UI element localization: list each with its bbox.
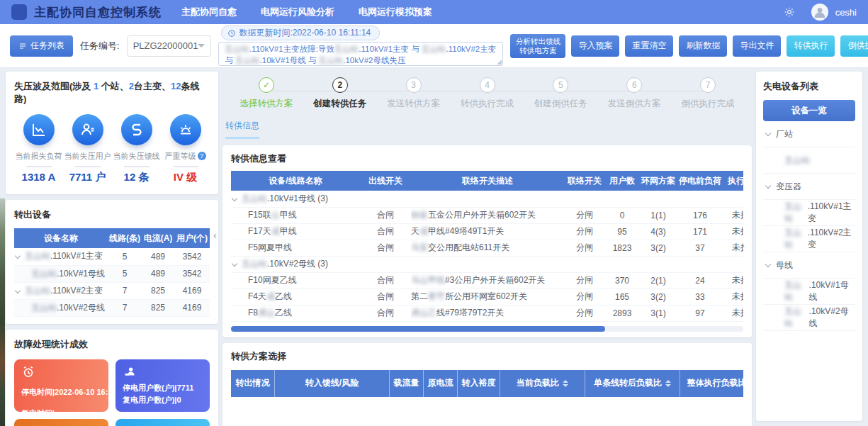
card-line2: 复电用户数(户)|0 xyxy=(123,394,203,407)
redacted-text: 虎山乙 xyxy=(411,308,436,318)
user-icon xyxy=(72,114,103,145)
impact-stat-value: IV 级 xyxy=(161,171,210,184)
redacted-text: 五山站 xyxy=(25,251,50,261)
device-overview-bar[interactable]: 设备一览 xyxy=(763,100,855,121)
fault-description-textarea[interactable]: 五山站.110kV#1主变故障:导致五山站.110kV#1主变 与 五山站.11… xyxy=(218,42,503,66)
feeder-name: F17天成甲线 xyxy=(231,223,360,240)
fault-stat-card-3: 故障损失负荷(A)|1318故障恢复负荷(A)|0 xyxy=(115,419,210,426)
table-row[interactable]: F17天成甲线合闸天成甲线#49塔49T1开关分闸954(3)171未执行F7天… xyxy=(231,223,743,240)
redacted-text: 五山站 xyxy=(334,45,359,53)
fault-stat-card-1: 停电用户数(户)|7711复电用户数(户)|0 xyxy=(115,359,210,412)
horizontal-scrollbar[interactable] xyxy=(231,326,743,332)
tree-item[interactable]: 五山站.110kV#1主变 xyxy=(763,200,855,226)
toolbar-cyan-button-0[interactable]: 转供执行 xyxy=(787,35,835,57)
tree-group-1[interactable]: 变压器 xyxy=(763,174,855,200)
task-no-select[interactable]: PLZG22000001 xyxy=(127,35,212,57)
users-value: 4169 xyxy=(174,282,210,299)
redacted-text: 成 xyxy=(419,226,428,236)
group-row[interactable]: 五山站.10kV#1母线 (3) xyxy=(231,191,743,207)
plan-column-header-4: 转入裕度 xyxy=(458,370,500,397)
chevron-down-icon[interactable] xyxy=(765,130,771,136)
tie-switch-desc: 虎山乙线#79塔79T2开关 xyxy=(411,305,564,321)
impact-stat-value: 1318 A xyxy=(14,171,63,183)
plan-column-header-6[interactable]: 单条线转后负载比 xyxy=(585,370,680,397)
exec-status: 未执行 xyxy=(723,305,743,321)
toolbar-button-3[interactable]: 刷新数据 xyxy=(679,35,727,57)
collapse-right-icon[interactable]: › xyxy=(741,240,745,250)
redacted-text: 五山站 xyxy=(784,279,809,303)
table-row[interactable]: F8虎山乙线合闸虎山乙线#79塔79T2开关分闸28933(1)97未执行F5和… xyxy=(231,305,743,321)
users-count: 1823 xyxy=(605,240,639,256)
fault-stat-card-2: 停电设备数|母线:2/馈线:12复电设备数|母线:0/馈线:0 xyxy=(14,419,108,426)
table-row[interactable]: 五山站.110kV#1主变54893542 xyxy=(14,248,210,265)
tree-item[interactable]: 五山站.10kV#1母线 xyxy=(763,279,855,305)
table-row[interactable]: 五山站.110kV#2主变78254169 xyxy=(14,282,210,299)
device-name: 五山站.10kV#2母线 xyxy=(14,299,108,316)
tree-item[interactable]: 五山站 xyxy=(763,147,855,174)
group-row[interactable]: 五山站.10kV#2母线 (3) xyxy=(231,256,743,272)
table-row[interactable]: 五山站.10kV#1母线54893542 xyxy=(14,265,210,282)
table-row[interactable]: F5网夏甲线合闸马安交公用配电站611开关分闸18233(2)37未执行F16马… xyxy=(231,240,743,256)
tab-transfer-info[interactable]: 转供信息 xyxy=(225,120,259,139)
nav-item-0[interactable]: 主配协同自愈 xyxy=(181,0,237,24)
pre-outage-load: 33 xyxy=(677,288,723,305)
column-header: 环网方案 xyxy=(639,171,677,191)
table-row[interactable]: F10网夏乙线合闸马山甲线#3公用户外开关箱602开关分闸3702(1)24未执… xyxy=(231,272,743,288)
toolbar-button-2[interactable]: 重置清空 xyxy=(625,35,673,57)
toolbar-button-4[interactable]: 导出文件 xyxy=(733,35,781,57)
users-count: 2893 xyxy=(605,305,639,321)
redacted-text: 五山站 xyxy=(25,286,50,296)
ring-plan: 3(2) xyxy=(639,288,677,305)
tree-group-0[interactable]: 厂站 xyxy=(763,121,855,147)
collapse-left-icon[interactable]: ‹ xyxy=(213,230,217,240)
chevron-down-icon[interactable] xyxy=(15,287,21,293)
plan-column-header-7[interactable]: 整体执行负载比 xyxy=(680,370,743,397)
table-row[interactable]: 五山站.10kV#2母线78254169 xyxy=(14,299,210,316)
group-name: 五山站.10kV#1母线 (3) xyxy=(231,191,360,207)
nav-item-2[interactable]: 电网运行模拟预案 xyxy=(359,0,432,24)
toolbar-button-1[interactable]: 导入预案 xyxy=(571,35,619,57)
outlet-switch: 合闸 xyxy=(360,272,411,288)
redacted-text: 五山站 xyxy=(422,45,446,53)
plan-column-header-3: 原电流 xyxy=(424,370,458,397)
scrollbar-thumb[interactable] xyxy=(231,326,605,332)
redacted-text: 五山站 xyxy=(784,201,808,225)
feeder-name: F4天成乙线 xyxy=(231,288,360,305)
sort-icon[interactable] xyxy=(563,380,568,387)
transfer-info-title: 转供信息查看 xyxy=(231,152,743,165)
chevron-down-icon[interactable] xyxy=(15,253,21,259)
toolbar-cyan-button-1[interactable]: 倒供执行 xyxy=(840,35,868,57)
toolbar-button-0[interactable]: 分析转出馈线 转供电方案 xyxy=(510,34,565,58)
chevron-down-icon[interactable] xyxy=(232,196,237,201)
nav-item-1[interactable]: 电网运行风险分析 xyxy=(261,0,334,24)
chevron-down-icon[interactable] xyxy=(765,262,771,267)
sort-icon[interactable] xyxy=(665,380,671,387)
ring-plan: 3(1) xyxy=(639,305,677,321)
pre-outage-load: 97 xyxy=(677,305,723,321)
card-line1: 停电时间|2022-06-10 16:11 xyxy=(21,382,101,403)
redacted-text: 五山站 xyxy=(235,56,260,65)
users-value: 3542 xyxy=(174,248,210,265)
plan-column-header-5[interactable]: 当前负载比 xyxy=(500,370,585,397)
impact-stat-value: 12 条 xyxy=(112,171,161,184)
step-label: 创建转供任务 xyxy=(303,98,377,110)
tree-group-2[interactable]: 母线 xyxy=(763,252,855,279)
chevron-down-icon[interactable] xyxy=(232,261,237,267)
top-nav: 主配协同自愈电网运行风险分析电网运行模拟预案 xyxy=(181,0,783,24)
table-row[interactable]: F15联山甲线合闸创金五金公用户外开关箱602开关分闸01(1)176未执行F1… xyxy=(231,207,743,223)
tree-item[interactable]: 五山站.10kV#2母线 xyxy=(763,305,855,331)
impact-stat-label: 当前失压用户 xyxy=(63,151,112,162)
settings-gear-icon[interactable] xyxy=(783,6,796,18)
step-label: 发送转供方案 xyxy=(377,98,451,110)
transfer-plan-empty-body xyxy=(231,397,743,426)
task-toolbar: 任务列表 任务编号: PLZG22000001 数据更新时间:2022-06-1… xyxy=(0,24,868,68)
fault-stat-card-0: 停电时间|2022-06-10 16:11复电时间| xyxy=(14,359,108,412)
username[interactable]: ceshi xyxy=(835,7,857,18)
user-avatar[interactable] xyxy=(811,4,828,21)
help-icon[interactable]: ? xyxy=(198,152,206,160)
chevron-down-icon[interactable] xyxy=(765,183,771,189)
tie-switch-desc: 第二看守所公用环网室602开关 xyxy=(411,288,564,305)
tree-item[interactable]: 五山站.110kV#2主变 xyxy=(763,226,855,252)
table-row[interactable]: F4天成乙线合闸第二看守所公用环网室602开关分闸1653(2)33未执行F8看… xyxy=(231,288,743,305)
task-list-button[interactable]: 任务列表 xyxy=(10,35,73,57)
